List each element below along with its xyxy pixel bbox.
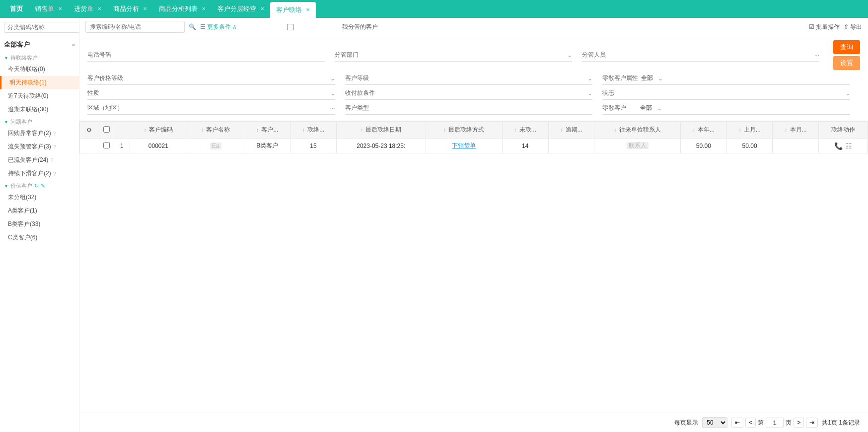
action-phone-icon[interactable]: 📞 [834, 142, 843, 150]
filter-retail[interactable]: 零散客户 全部 ⌄ [602, 102, 850, 115]
person-dots-icon[interactable]: ··· [814, 52, 819, 59]
row-checkbox[interactable] [99, 139, 114, 153]
filter-person[interactable]: 分管人员 ··· [582, 49, 819, 62]
sidebar-search-input[interactable] [4, 22, 79, 33]
th-last-contact-method[interactable]: ↕ 最后联络方式 [426, 122, 502, 139]
nav-home[interactable]: 首页 [4, 0, 29, 18]
page-first-btn[interactable]: ⇤ [731, 418, 743, 428]
nav-close-goods-analysis-list[interactable]: ✕ [202, 0, 206, 18]
filter-status[interactable]: 状态 ⌄ [602, 87, 850, 100]
my-customers-check[interactable]: 我分管的客户 [241, 23, 378, 31]
nav-customer-tier[interactable]: 客户分层经营 ✕ [212, 0, 270, 18]
more-conditions-button[interactable]: ☰ 更多条件 ∧ [200, 23, 237, 31]
filter-row-2: 客户价格等级 ⌄ 客户等级 ⌄ 零散客户属性 全部 ⌄ [87, 72, 860, 85]
sidebar-item-today-contact[interactable]: 今天待联络(0) [0, 63, 79, 76]
sidebar-item-churn-warning[interactable]: 流失预警客户(3) ? [0, 140, 79, 153]
search-button[interactable]: 🔍 [189, 23, 196, 30]
th-unit-contact[interactable]: ↕ 往来单位联系人 [594, 122, 681, 139]
sidebar-item-declining[interactable]: 持续下滑客户(2) ? [0, 167, 79, 180]
refresh-icon[interactable]: ↻ [34, 183, 39, 189]
page-next-btn[interactable]: > [794, 418, 804, 428]
page-total: 页 [786, 419, 792, 427]
my-customers-checkbox[interactable] [241, 24, 340, 30]
status-chevron-icon[interactable]: ⌄ [845, 90, 850, 97]
action-grid-icon[interactable]: ☷ [846, 142, 852, 150]
page-size-select[interactable]: 50 20 100 200 [702, 417, 727, 428]
page-input[interactable] [766, 418, 784, 428]
th-this-year[interactable]: ↕ 本年... [680, 122, 726, 139]
select-all-checkbox[interactable] [103, 126, 110, 133]
filter-price-level[interactable]: 客户价格等级 ⌄ [87, 72, 335, 85]
sidebar-item-7days-contact[interactable]: 近7天待联络(0) [0, 89, 79, 103]
retail-chevron-icon[interactable]: ⌄ [657, 105, 662, 112]
dept-chevron-icon[interactable]: ⌄ [567, 52, 572, 59]
filter-region[interactable]: 区域（地区） ··· [87, 102, 335, 115]
sort-icon-this-month: ↕ [785, 127, 787, 133]
export-button[interactable]: ⇧ 导出 [844, 23, 862, 31]
settings-button[interactable]: 设置 [833, 56, 860, 70]
th-this-month[interactable]: ↕ 本月... [773, 122, 819, 139]
triangle-icon-2: ▼ [4, 120, 8, 125]
nav-purchase[interactable]: 进货单 ✕ [68, 0, 107, 18]
total-records: 共1页 1条记录 [822, 419, 860, 427]
row-select-checkbox[interactable] [103, 142, 110, 148]
sidebar-item-b-class[interactable]: B类客户(33) [0, 217, 79, 231]
nav-close-sales[interactable]: ✕ [58, 0, 62, 18]
th-contacts[interactable]: ↕ 联络... [290, 122, 337, 139]
sidebar-item-churned[interactable]: 已流失客户(24) ? [0, 153, 79, 167]
page-prev-btn[interactable]: < [745, 418, 756, 428]
th-name[interactable]: ↕ 客户名称 [187, 122, 244, 139]
filter-bar: 🔍 ☰ 更多条件 ∧ 我分管的客户 ☑ 批量操作 ⇧ 导出 [79, 18, 868, 36]
row-index: 1 [114, 139, 130, 153]
sidebar-item-ungrouped[interactable]: 未分组(32) [0, 191, 79, 204]
nav-goods-analysis-list[interactable]: 商品分析列表 ✕ [153, 0, 212, 18]
nav-close-customer-tier[interactable]: ✕ [260, 0, 264, 18]
filter-retail-attr[interactable]: 零散客户属性 全部 ⌄ [602, 72, 850, 85]
region-dots-icon[interactable]: ··· [330, 105, 335, 112]
filter-customer-type[interactable]: 客户类型 [345, 102, 593, 115]
filter-dept[interactable]: 分管部门 ⌄ [335, 49, 572, 62]
sidebar-item-c-class[interactable]: C类客户(6) [0, 231, 79, 244]
edit-icon[interactable]: ✎ [41, 183, 45, 189]
sidebar-item-tomorrow-contact[interactable]: 明天待联络(1) [0, 76, 79, 89]
nav-customer-contact[interactable]: 客户联络 ✕ [270, 2, 316, 18]
th-last-contact-date[interactable]: ↕ 最后联络日期 [336, 122, 426, 139]
price-level-chevron-icon[interactable]: ⌄ [330, 75, 335, 82]
nav-goods-analysis[interactable]: 商品分析 ✕ [107, 0, 153, 18]
nav-close-goods-analysis[interactable]: ✕ [143, 0, 147, 18]
table-header-row: ⚙ ↕ 客户编码 ↕ 客户名称 ↕ 客户... [80, 122, 868, 139]
sidebar-pending-group: ▼ 待联络客户 [0, 52, 79, 63]
page-last-btn[interactable]: ⇥ [806, 418, 818, 428]
sidebar-item-repurchase-abnormal[interactable]: 回购异常客户(2) ? [0, 127, 79, 140]
row-last-contact-method[interactable]: 下销货单 [426, 139, 502, 153]
nav-close-purchase[interactable]: ✕ [97, 0, 101, 18]
gender-chevron-icon[interactable]: ⌄ [330, 90, 335, 97]
search-input[interactable] [85, 21, 185, 33]
th-code[interactable]: ↕ 客户编码 [130, 122, 187, 139]
filter-customer-level[interactable]: 客户等级 ⌄ [345, 72, 593, 85]
filter-payment[interactable]: 收付款条件 ⌄ [345, 87, 593, 100]
th-config[interactable]: ⚙ [80, 122, 99, 139]
batch-op-button[interactable]: ☑ 批量操作 [809, 23, 840, 31]
all-customers-label: 全部客户 [4, 40, 30, 49]
question-icon-3: ? [50, 157, 53, 163]
question-icon-4: ? [53, 171, 56, 177]
th-level[interactable]: ↕ 客户... [244, 122, 290, 139]
retail-attr-chevron-icon[interactable]: ⌄ [658, 75, 663, 82]
query-button[interactable]: 查询 [833, 40, 860, 54]
payment-chevron-icon[interactable]: ⌄ [587, 90, 592, 97]
nav-close-customer-contact[interactable]: ✕ [306, 2, 310, 18]
th-checkbox[interactable] [99, 122, 114, 139]
th-last-month[interactable]: ↕ 上月... [726, 122, 773, 139]
sidebar-all-customers[interactable]: 全部客户 « [0, 37, 79, 52]
th-overdue[interactable]: ↕ 逾期... [548, 122, 594, 139]
sidebar-item-a-class[interactable]: A类客户(1) [0, 204, 79, 217]
customer-level-chevron-icon[interactable]: ⌄ [587, 75, 592, 82]
filter-gender[interactable]: 性质 ⌄ [87, 87, 335, 100]
sidebar-item-overdue-contact[interactable]: 逾期未联络(30) [0, 103, 79, 116]
customers-table: ⚙ ↕ 客户编码 ↕ 客户名称 ↕ 客户... [79, 121, 868, 153]
th-uncontacted[interactable]: ↕ 未联... [502, 122, 548, 139]
nav-sales[interactable]: 销售单 ✕ [29, 0, 68, 18]
row-last-month: 50.00 [726, 139, 773, 153]
row-action[interactable]: 📞 ☷ [819, 139, 868, 153]
